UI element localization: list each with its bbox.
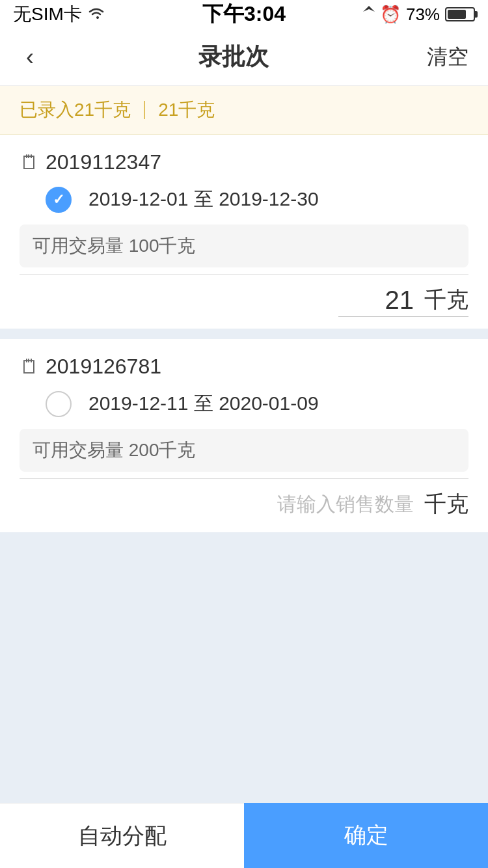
quantity-inner-1: 21 千克 [336, 285, 468, 315]
batch-date-2: 2019-12-11 至 2020-01-09 [88, 390, 319, 417]
quantity-placeholder-2[interactable]: 请输入销售数量 [277, 491, 414, 518]
batch-card-2: 🗒 2019126781 2019-12-11 至 2020-01-09 可用交… [0, 339, 488, 532]
status-left: 无SIM卡 [13, 2, 105, 27]
batch-number-1: 2019112347 [46, 150, 161, 174]
battery-percent: 73% [406, 5, 440, 25]
batch-date-1: 2019-12-01 至 2019-12-30 [88, 186, 319, 213]
batch-header-1: 🗒 2019112347 [0, 135, 488, 181]
status-right: ⏰ 73% [363, 5, 475, 25]
wifi-icon [87, 4, 105, 25]
batch-available-2: 可用交易量 200千克 [20, 429, 468, 472]
clear-button[interactable]: 清空 [427, 43, 468, 72]
quantity-wrapper-1: 21 千克 [336, 285, 468, 316]
radio-selected-1[interactable] [46, 187, 72, 213]
radio-unselected-2[interactable] [46, 391, 72, 417]
batch-number-2: 2019126781 [46, 355, 161, 379]
batch-card-1: 🗒 2019112347 2019-12-01 至 2019-12-30 可用交… [0, 135, 488, 329]
quantity-underline-1 [338, 316, 468, 317]
batch-header-2: 🗒 2019126781 [0, 339, 488, 385]
confirm-button[interactable]: 确定 [244, 803, 488, 868]
banner-divider [144, 101, 145, 119]
placeholder-row-2: 请输入销售数量 千克 [0, 479, 488, 532]
back-button[interactable]: ‹ [20, 37, 40, 77]
batch-available-1: 可用交易量 100千克 [20, 224, 468, 267]
status-bar: 无SIM卡 下午3:04 ⏰ 73% [0, 0, 488, 29]
placeholder-unit-2: 千克 [424, 489, 468, 519]
batch-icon-1: 🗒 [20, 152, 39, 174]
carrier-text: 无SIM卡 [13, 2, 82, 27]
page-title: 录批次 [198, 41, 269, 73]
batch-icon-2: 🗒 [20, 356, 39, 378]
auto-distribute-button[interactable]: 自动分配 [0, 803, 244, 868]
recorded-value: 21千克 [158, 98, 215, 122]
location-icon [363, 5, 375, 25]
footer: 自动分配 确定 [0, 803, 488, 868]
alarm-icon: ⏰ [380, 5, 401, 25]
nav-bar: ‹ 录批次 清空 [0, 29, 488, 86]
batch-date-row-2[interactable]: 2019-12-11 至 2020-01-09 [0, 385, 488, 422]
recorded-label: 已录入21千克 [20, 98, 131, 122]
status-time: 下午3:04 [202, 0, 286, 29]
quantity-value-1: 21 [336, 286, 414, 315]
battery-icon [445, 7, 475, 21]
batch-date-row-1[interactable]: 2019-12-01 至 2019-12-30 [0, 181, 488, 218]
info-banner: 已录入21千克 21千克 [0, 86, 488, 135]
section-divider [0, 329, 488, 339]
quantity-row-1: 21 千克 [0, 275, 488, 329]
quantity-unit-1: 千克 [424, 285, 468, 315]
